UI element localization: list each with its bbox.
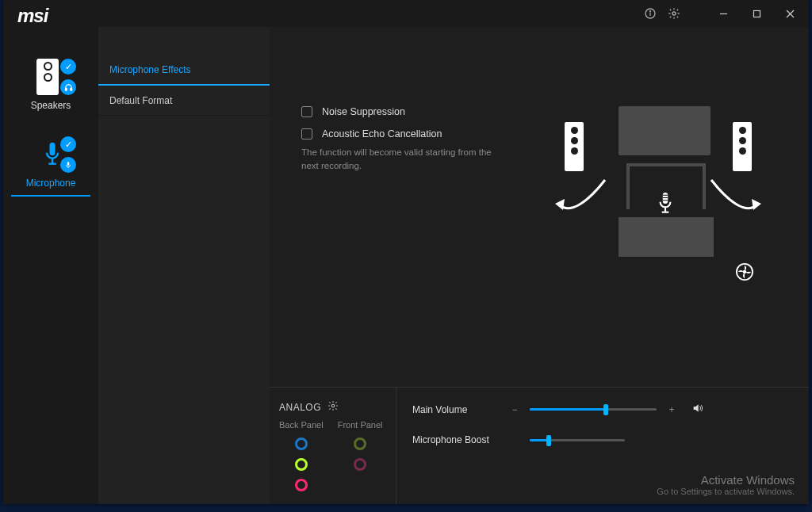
speaker-output-icon[interactable]: [691, 402, 704, 417]
sliders-panel: Main Volume − + Microphone Boost: [396, 388, 809, 504]
check-icon: ✓: [60, 136, 76, 152]
analog-heading: ANALOG: [279, 402, 321, 413]
svg-point-3: [672, 12, 676, 15]
activate-title: Activate Windows: [657, 473, 795, 487]
activate-sub: Go to Settings to activate Windows.: [657, 487, 795, 496]
svg-rect-9: [70, 88, 71, 90]
activate-windows-watermark: Activate Windows Go to Settings to activ…: [657, 473, 795, 496]
mic-boost-label: Microphone Boost: [412, 434, 500, 445]
gear-icon[interactable]: [327, 400, 339, 414]
svg-rect-10: [50, 143, 56, 155]
front-panel-label: Front Panel: [338, 420, 383, 430]
jack-blue[interactable]: [295, 437, 308, 450]
microphone-icon: ✓: [25, 136, 76, 173]
jack-pink[interactable]: [295, 479, 308, 491]
sidebar-item-microphone[interactable]: ✓ Microphone: [3, 136, 98, 197]
analog-panel: ANALOG Back Panel Front P: [270, 388, 396, 504]
headphone-icon: [60, 79, 76, 95]
device-rail: ✓ Speakers ✓: [3, 27, 98, 504]
svg-point-24: [743, 270, 747, 274]
speaker-icon: ✓: [25, 59, 76, 95]
titlebar-actions: [639, 2, 806, 25]
window-close-button[interactable]: [774, 2, 806, 25]
noise-suppression-label: Noise Suppression: [322, 106, 405, 117]
jack-front-2[interactable]: [354, 458, 366, 471]
jack-lime[interactable]: [295, 458, 308, 471]
sidebar-item-speakers[interactable]: ✓ Speakers: [3, 59, 98, 119]
volume-increase-button[interactable]: +: [668, 404, 676, 415]
fan-icon: [736, 263, 753, 284]
sidebar-item-label: Microphone: [26, 178, 76, 189]
main-panel: Noise Suppression Acoustic Echo Cancella…: [270, 27, 809, 504]
window-minimize-button[interactable]: [707, 2, 739, 25]
svg-rect-5: [753, 10, 760, 17]
mic-boost-row: Microphone Boost: [412, 434, 777, 445]
volume-decrease-button[interactable]: −: [511, 404, 519, 415]
tab-microphone-effects[interactable]: Microphone Effects: [98, 55, 270, 86]
jack-front-1[interactable]: [354, 437, 366, 450]
echo-cancel-checkbox[interactable]: [301, 128, 312, 139]
subnav: Microphone Effects Default Format: [98, 27, 270, 504]
main-volume-row: Main Volume − +: [412, 402, 777, 417]
main-volume-slider[interactable]: [530, 408, 657, 411]
mic-boost-slider[interactable]: [530, 439, 625, 441]
app-window: msi: [3, 0, 809, 504]
svg-point-25: [331, 404, 335, 407]
svg-marker-16: [752, 199, 761, 210]
sidebar-item-label: Speakers: [31, 100, 71, 111]
front-panel-column: Front Panel: [338, 420, 383, 491]
brand-logo: msi: [17, 5, 48, 27]
bottom-panel: ANALOG Back Panel Front P: [270, 387, 809, 504]
window-maximize-button[interactable]: [741, 2, 772, 25]
echo-hint: The function will become valid starting …: [301, 146, 508, 172]
effects-content: Noise Suppression Acoustic Echo Cancella…: [270, 27, 809, 387]
tab-default-format[interactable]: Default Format: [98, 86, 270, 116]
noise-suppression-checkbox[interactable]: [301, 106, 312, 117]
check-icon: ✓: [60, 59, 76, 75]
svg-rect-8: [65, 88, 67, 90]
echo-diagram-icon: [539, 106, 777, 304]
mic-small-icon: [60, 157, 76, 173]
svg-marker-15: [555, 199, 565, 210]
main-volume-label: Main Volume: [412, 404, 500, 415]
info-icon[interactable]: [639, 2, 661, 25]
svg-rect-13: [67, 162, 70, 166]
back-panel-label: Back Panel: [279, 420, 324, 430]
titlebar: msi: [3, 0, 809, 27]
gear-icon[interactable]: [663, 2, 685, 25]
svg-point-2: [649, 11, 650, 12]
echo-cancel-label: Acoustic Echo Cancellation: [322, 128, 442, 139]
back-panel-column: Back Panel: [279, 420, 324, 491]
